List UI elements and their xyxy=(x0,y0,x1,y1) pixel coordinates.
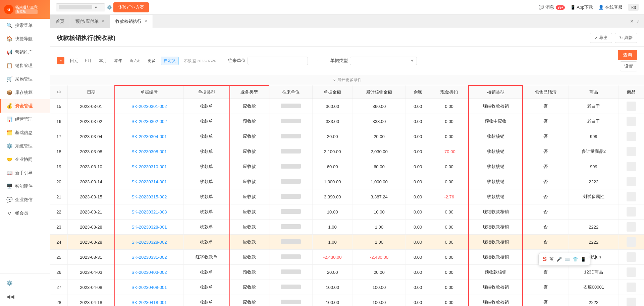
ime-mic-icon[interactable]: 🎤 xyxy=(556,257,562,262)
expand-tabs-icon[interactable]: ⤢ xyxy=(636,19,640,24)
date-quick-btn-本月[interactable]: 本月 xyxy=(96,57,110,65)
col-header-idx[interactable]: ⚙ xyxy=(50,85,68,99)
user-avatar[interactable]: Rit xyxy=(628,4,639,11)
cell-goods-img xyxy=(619,99,644,114)
ime-keyboard-icon[interactable]: ⌨️ xyxy=(565,257,570,262)
sidebar-item-operations[interactable]: 📊 经营管理 xyxy=(0,113,50,126)
receipt-type-select[interactable] xyxy=(350,57,417,65)
tab-close-prepay[interactable]: ✕ xyxy=(101,19,104,23)
sidebar-item-wechat[interactable]: 💬 企业微信 xyxy=(0,193,50,206)
message-item[interactable]: 💬 消息 99+ xyxy=(539,4,565,10)
cell-goods: 999 xyxy=(569,159,619,174)
tab-label-collection: 收款核销执行 xyxy=(115,18,142,24)
ime-grid-icon[interactable]: 📱 xyxy=(581,257,586,262)
cell-partner xyxy=(269,144,312,159)
cell-balance: 0.00 xyxy=(406,144,430,159)
sk-no-link[interactable]: SK-20230331-002 xyxy=(131,255,167,260)
export-btn[interactable]: ↗ 导出 xyxy=(590,33,612,43)
sidebar-item-sales[interactable]: 📋 销售管理 xyxy=(0,59,50,72)
sk-no-link[interactable]: SK-20230301-002 xyxy=(131,104,167,109)
cell-date: 2023-03-01 xyxy=(68,99,115,114)
settings-btn[interactable]: 设置 xyxy=(620,61,637,71)
col-header-sk-no[interactable]: 单据编号 xyxy=(115,85,183,99)
goods-thumbnail xyxy=(627,252,636,262)
filter-toggle-btn[interactable]: » xyxy=(57,57,64,64)
sidebar-menu: 🔍 搜索菜单 🏠 快捷导航 📢 营销推广 📋 销售管理 🛒 采购管理 📦 库存核… xyxy=(0,19,50,273)
cell-biz-type: 应收款 xyxy=(230,250,269,265)
sk-no-link[interactable]: SK-20230304-001 xyxy=(131,134,167,139)
sk-no-link[interactable]: SK-20230308-001 xyxy=(131,149,167,154)
sidebar-item-basic[interactable]: 🗂️ 基础信息 xyxy=(0,126,50,139)
cell-goods-img xyxy=(619,265,644,280)
col-header-cash-discount[interactable]: 现金折扣 xyxy=(430,85,469,99)
sidebar-item-finance[interactable]: 💰 资金管理 xyxy=(0,99,50,113)
date-quick-btn-近7天[interactable]: 近7天 xyxy=(127,57,143,65)
cell-amount: 1,000.00 xyxy=(312,174,353,189)
col-header-balance[interactable]: 余额 xyxy=(406,85,430,99)
sidebar-item-marketing[interactable]: 📢 营销推广 xyxy=(0,46,50,59)
sk-no-link[interactable]: SK-20230314-001 xyxy=(131,179,167,184)
tab-collection[interactable]: 收款核销执行✕ xyxy=(110,15,153,28)
sk-no-link[interactable]: SK-20230328-002 xyxy=(131,240,167,245)
sidebar-item-system[interactable]: ⚙️ 系统管理 xyxy=(0,139,50,153)
close-all-tabs-icon[interactable]: ✕ xyxy=(630,19,634,24)
col-header-amount[interactable]: 单据金额 xyxy=(312,85,353,99)
col-header-date[interactable]: 日期 xyxy=(68,85,115,99)
sidebar-label-collab: 企业协同 xyxy=(15,157,33,163)
col-header-cancel-type[interactable]: 核销类型 xyxy=(469,85,522,99)
refresh-btn[interactable]: ↻ 刷新 xyxy=(615,33,637,43)
sk-no-link[interactable]: SK-20230310-001 xyxy=(131,164,167,169)
sk-no-link[interactable]: SK-20230403-002 xyxy=(131,270,167,275)
cell-amount: 60.00 xyxy=(312,159,353,174)
sk-no-link[interactable]: SK-20230418-001 xyxy=(131,300,167,305)
sk-no-link[interactable]: SK-20230302-002 xyxy=(131,119,167,124)
sidebar-item-quicknav[interactable]: 🏠 快捷导航 xyxy=(0,32,50,46)
sidebar-collapse[interactable]: ◀◀ xyxy=(0,290,50,303)
sidebar-item-collab[interactable]: 🤝 企业协同 xyxy=(0,153,50,166)
query-btn[interactable]: 查询 xyxy=(618,50,637,60)
partner-input[interactable] xyxy=(248,57,308,65)
sk-no-link[interactable]: SK-20230321-003 xyxy=(131,209,167,215)
app-download-item[interactable]: 📱 App下载 xyxy=(570,4,593,10)
col-header-include-settled[interactable]: 包含已结清 xyxy=(523,85,569,99)
sidebar: 6 畅康道好生意 标推版 🔍 搜索菜单 🏠 快捷导航 📢 营销推广 📋 销售管理… xyxy=(0,0,50,306)
sidebar-item-purchase[interactable]: 🛒 采购管理 xyxy=(0,72,50,86)
cell-cancel-type: 收款核销 xyxy=(469,144,522,159)
date-quick-btn-更多[interactable]: 更多 xyxy=(145,57,159,65)
sidebar-item-hardware[interactable]: 🖥️ 智能硬件 xyxy=(0,180,50,193)
more-filters-dots[interactable]: ··· xyxy=(313,57,318,64)
industry-solution-btn[interactable]: 体验行业方案 xyxy=(113,2,149,12)
sidebar-item-search[interactable]: 🔍 搜索菜单 xyxy=(0,19,50,32)
date-quick-btn-上月[interactable]: 上月 xyxy=(80,57,95,65)
sk-no-link[interactable]: SK-20230315-002 xyxy=(131,194,167,199)
col-header-goods-img[interactable]: 商品 xyxy=(619,85,644,99)
ime-shirt-icon[interactable]: 👕 xyxy=(573,257,578,262)
expand-more-bar[interactable]: ∨ 展开更多条件 xyxy=(50,75,644,85)
sk-no-link[interactable]: SK-20230328-001 xyxy=(131,225,167,230)
col-header-goods[interactable]: 商品 xyxy=(569,85,619,99)
date-quick-btn-本年[interactable]: 本年 xyxy=(111,57,125,65)
sidebar-item-guide[interactable]: 📖 新手引导 xyxy=(0,166,50,180)
col-header-biz-type[interactable]: 业务类型 xyxy=(230,85,269,99)
tab-home[interactable]: 首页 xyxy=(50,15,70,28)
date-custom-btn[interactable]: 自定义 xyxy=(161,57,179,65)
sidebar-item-inventory[interactable]: 📦 库存核算 xyxy=(0,86,50,99)
online-service-item[interactable]: 👤 在线客服 xyxy=(598,4,623,10)
sidebar-item-member[interactable]: V 畅会员 xyxy=(0,206,50,220)
cell-goods: 123D商品 xyxy=(569,265,619,280)
col-header-partner[interactable]: 往来单位 xyxy=(269,85,312,99)
sk-no-link[interactable]: SK-20230408-001 xyxy=(131,285,167,290)
cell-partner xyxy=(269,204,312,220)
company-selector[interactable]: ▾ xyxy=(56,3,105,11)
cell-cash-discount: 0.00 xyxy=(430,280,469,295)
col-header-total-cancel[interactable]: 累计核销金额 xyxy=(353,85,406,99)
cell-idx: 22 xyxy=(50,204,68,220)
sidebar-settings[interactable]: ⚙️ xyxy=(0,277,50,290)
col-header-receipt-type[interactable]: 单据类型 xyxy=(183,85,230,99)
cell-idx: 21 xyxy=(50,189,68,204)
cell-cancel-type: 现结收款核销 xyxy=(469,204,522,220)
cell-total-cancel: 60.00 xyxy=(353,159,406,174)
tab-prepay[interactable]: 预付/应付单✕ xyxy=(70,15,110,28)
tab-close-collection[interactable]: ✕ xyxy=(144,19,147,23)
gear-settings-icon[interactable]: ⚙️ xyxy=(107,5,112,10)
